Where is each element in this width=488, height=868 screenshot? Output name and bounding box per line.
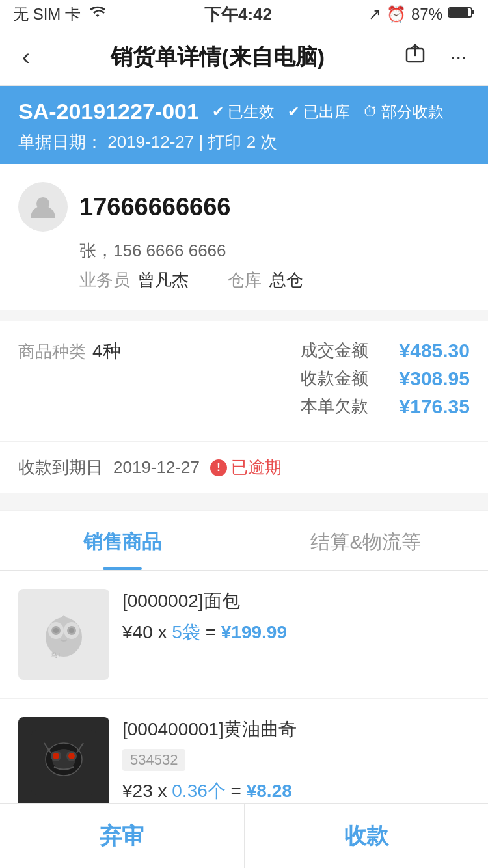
collect-amount-label: 收款金额: [301, 367, 368, 390]
salesman-label: 业务员: [79, 269, 130, 292]
collect-amount-row: 收款金额 ¥308.95: [301, 367, 470, 390]
price-x-2: x: [158, 781, 172, 801]
product-info-1: [0000002]面包 ¥40 x 5袋 = ¥199.99: [122, 589, 470, 645]
overdue-text: 已逾期: [231, 456, 282, 479]
overdue-icon: !: [210, 459, 227, 476]
collect-label: 收款: [344, 821, 388, 851]
bottom-bar: 弃审 收款: [0, 803, 488, 868]
warehouse-label: 仓库: [228, 269, 262, 292]
tabs: 销售商品 结算&物流等: [0, 511, 488, 571]
product-tag-2: 534532: [122, 749, 185, 771]
collect-amount-value: ¥308.95: [379, 368, 470, 390]
tabs-section: 销售商品 结算&物流等: [0, 510, 488, 827]
sim-status: 无 SIM 卡: [13, 4, 81, 25]
print-info: | 打印 2 次: [198, 132, 277, 152]
price-total-1: ¥199.99: [221, 622, 287, 642]
customer-name: 17666666666: [79, 193, 230, 221]
order-id: SA-20191227-001: [18, 99, 199, 124]
divider-1: [0, 310, 488, 321]
due-date-section: 收款到期日 2019-12-27 ! 已逾期: [0, 441, 488, 493]
product-types-item: 商品种类 4种: [18, 339, 121, 364]
summary-left: 商品种类 4种: [18, 339, 121, 368]
deal-amount-value: ¥485.30: [379, 340, 470, 362]
owl-image: 鸟+: [18, 589, 109, 680]
customer-section: 17666666666 张，156 6666 6666 业务员 曾凡杰 仓库 总…: [0, 164, 488, 310]
avatar: [18, 182, 68, 232]
salesman-value: 曾凡杰: [138, 269, 189, 292]
summary-row: 商品种类 4种 成交金额 ¥485.30 收款金额 ¥308.95 本单欠款 ¥…: [18, 339, 470, 423]
tab-settlement-label: 结算&物流等: [310, 531, 421, 552]
badge-shipped: ✔ 已出库: [288, 102, 350, 122]
product-types-value: 4种: [92, 339, 121, 364]
product-name-2: [000400001]黄油曲奇: [122, 717, 470, 742]
tab-products[interactable]: 销售商品: [0, 511, 244, 570]
date-value: 2019-12-27: [107, 132, 194, 152]
badge-activated-text: 已生效: [228, 102, 275, 122]
debt-amount-value: ¥176.35: [379, 396, 470, 418]
clock-icon: ⏱: [363, 103, 377, 120]
product-price-2: ¥23 x 0.36个 = ¥8.28: [122, 779, 470, 804]
deal-amount-row: 成交金额 ¥485.30: [301, 339, 470, 362]
summary-right: 成交金额 ¥485.30 收款金额 ¥308.95 本单欠款 ¥176.35: [301, 339, 470, 423]
due-date-value: 2019-12-27: [113, 457, 200, 478]
collect-button[interactable]: 收款: [245, 804, 489, 868]
deal-amount-label: 成交金额: [301, 339, 368, 362]
location-icon: ↗: [368, 5, 381, 23]
due-date-label: 收款到期日: [18, 456, 103, 479]
wifi-icon: [87, 5, 108, 23]
product-item-1: 鸟+ [0000002]面包 ¥40 x 5袋 = ¥199.99: [0, 571, 488, 699]
status-bar: 无 SIM 卡 下午4:42 ↗ ⏰ 87%: [0, 0, 488, 29]
divider-2: [0, 493, 488, 504]
price-eq-1: =: [206, 622, 221, 642]
status-right: ↗ ⏰ 87%: [368, 5, 475, 23]
nav-actions: ···: [399, 38, 472, 76]
debt-amount-row: 本单欠款 ¥176.35: [301, 395, 470, 418]
battery-level: 87%: [411, 5, 442, 23]
back-button[interactable]: ‹: [16, 37, 36, 77]
product-name-1: [0000002]面包: [122, 589, 470, 614]
svg-point-11: [69, 628, 74, 633]
price-eq-2: =: [231, 781, 247, 801]
svg-point-18: [53, 753, 59, 759]
badge-partial-payment: ⏱ 部分收款: [363, 102, 444, 122]
customer-row: 17666666666: [18, 182, 470, 232]
badge-partial-text: 部分收款: [381, 102, 444, 122]
badge-activated: ✔ 已生效: [212, 102, 275, 122]
warehouse-value: 总仓: [269, 269, 303, 292]
nav-bar: ‹ 销货单详情(来自电脑) ···: [0, 29, 488, 86]
banner-row1: SA-20191227-001 ✔ 已生效 ✔ 已出库 ⏱ 部分收款: [18, 99, 470, 124]
overdue-badge: ! 已逾期: [210, 456, 282, 479]
header-banner: SA-20191227-001 ✔ 已生效 ✔ 已出库 ⏱ 部分收款 单据日期：…: [0, 86, 488, 164]
summary-section: 商品种类 4种 成交金额 ¥485.30 收款金额 ¥308.95 本单欠款 ¥…: [0, 321, 488, 441]
svg-text:鸟+: 鸟+: [51, 651, 61, 658]
product-thumb-1: 鸟+: [18, 589, 109, 680]
more-icon[interactable]: ···: [444, 40, 472, 74]
price-value-1: ¥40: [122, 622, 153, 642]
price-x-1: x: [158, 622, 172, 642]
price-value-2: ¥23: [122, 781, 153, 801]
check-icon-1: ✔: [212, 103, 224, 120]
price-total-2: ¥8.28: [247, 781, 292, 801]
cancel-review-button[interactable]: 弃审: [0, 804, 245, 868]
salesman-info: 业务员 曾凡杰: [79, 269, 189, 292]
alarm-icon: ⏰: [386, 5, 406, 23]
status-time: 下午4:42: [204, 3, 272, 26]
page-title: 销货单详情(来自电脑): [111, 42, 325, 72]
price-qty-2: 0.36个: [172, 781, 226, 801]
badge-shipped-text: 已出库: [303, 102, 350, 122]
date-label: 单据日期：: [18, 132, 103, 152]
product-thumb-2: [18, 717, 109, 808]
warehouse-info: 仓库 总仓: [228, 269, 303, 292]
product-types-label: 商品种类: [18, 340, 86, 363]
share-icon[interactable]: [399, 38, 431, 76]
debt-amount-label: 本单欠款: [301, 395, 368, 418]
svg-rect-2: [449, 8, 468, 16]
tab-settlement[interactable]: 结算&物流等: [244, 511, 488, 570]
product-price-1: ¥40 x 5袋 = ¥199.99: [122, 620, 470, 645]
svg-point-19: [68, 753, 75, 759]
customer-meta: 业务员 曾凡杰 仓库 总仓: [79, 269, 470, 292]
product-info-2: [000400001]黄油曲奇 534532 ¥23 x 0.36个 = ¥8.…: [122, 717, 470, 804]
status-left: 无 SIM 卡: [13, 4, 108, 25]
svg-rect-1: [472, 10, 474, 14]
product-list: 鸟+ [0000002]面包 ¥40 x 5袋 = ¥199.99: [0, 571, 488, 827]
